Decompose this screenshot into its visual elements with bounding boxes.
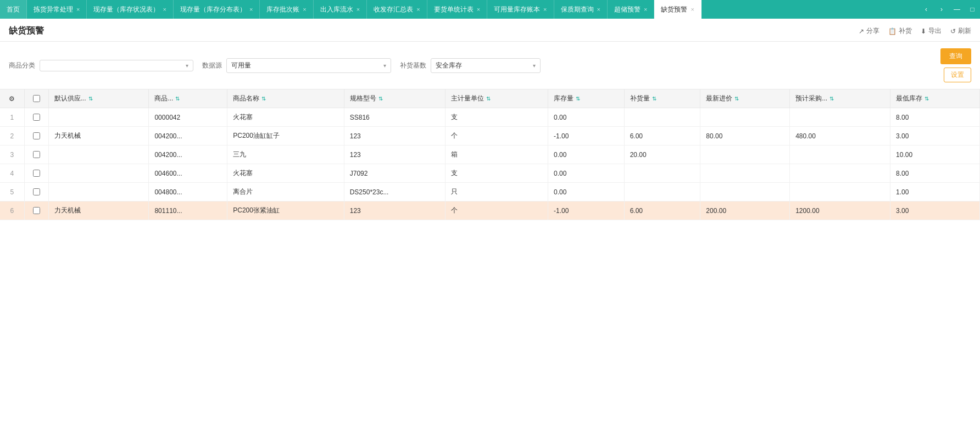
row-product-name: 火花塞 — [227, 108, 344, 127]
col-supplier-header[interactable]: 默认供应... ⇅ — [48, 89, 149, 108]
row-checkbox-input[interactable] — [33, 188, 40, 195]
tab-overstock-close[interactable]: × — [644, 6, 647, 13]
tab-abnormal-close[interactable]: × — [76, 6, 80, 13]
latest-price-sort-icon: ⇅ — [734, 96, 739, 102]
tab-recv-summary-close[interactable]: × — [416, 6, 420, 13]
row-latest-price: 200.00 — [700, 201, 790, 220]
row-stock: -1.00 — [548, 127, 624, 145]
tab-avail-ledger-close[interactable]: × — [543, 6, 547, 13]
row-checkbox[interactable] — [24, 127, 48, 145]
row-stock: 0.00 — [548, 183, 624, 201]
col-unit-header[interactable]: 主计量单位 ⇅ — [446, 89, 548, 108]
tab-batch-account-close[interactable]: × — [303, 6, 306, 13]
tab-order-stat[interactable]: 要货单统计表 × — [427, 0, 487, 19]
row-checkbox-input[interactable] — [33, 132, 40, 139]
tab-recv-summary[interactable]: 收发存汇总表 × — [367, 0, 427, 19]
col-min-stock-header[interactable]: 最低库存 ⇅ — [890, 89, 980, 108]
row-checkbox-input[interactable] — [33, 151, 40, 158]
col-product-code-header[interactable]: 商品... ⇅ — [149, 89, 227, 108]
tab-inventory-dist-close[interactable]: × — [249, 6, 253, 13]
col-stock-header[interactable]: 库存量 ⇅ — [548, 89, 624, 108]
gear-icon[interactable]: ⚙ — [9, 95, 15, 103]
row-supplier — [48, 183, 149, 201]
query-button[interactable]: 查询 — [940, 48, 971, 64]
col-settings-header[interactable]: ⚙ — [0, 89, 24, 108]
row-stock: 0.00 — [548, 145, 624, 164]
tab-shortage[interactable]: 缺货预警 × — [654, 0, 701, 19]
category-select[interactable]: ▾ — [40, 60, 193, 71]
tab-next-button[interactable]: › — [934, 0, 949, 19]
export-button[interactable]: ⬇ 导出 — [921, 26, 942, 36]
row-checkbox[interactable] — [24, 201, 48, 220]
tab-overstock[interactable]: 超储预警 × — [608, 0, 654, 19]
product-code-sort-icon: ⇅ — [175, 96, 180, 102]
tab-batch-account-label: 库存批次账 — [266, 5, 299, 14]
row-min-stock: 3.00 — [890, 201, 980, 220]
tab-expiry-close[interactable]: × — [597, 6, 600, 13]
refresh-button[interactable]: ↺ 刷新 — [950, 26, 971, 36]
tab-overstock-label: 超储预警 — [614, 5, 641, 14]
chevron-right-icon: › — [940, 5, 943, 13]
tab-inout-flow-close[interactable]: × — [357, 6, 360, 13]
col-product-name-header[interactable]: 商品名称 ⇅ — [227, 89, 344, 108]
tab-order-stat-close[interactable]: × — [477, 6, 480, 13]
tab-abnormal[interactable]: 拣货异常处理 × — [27, 0, 87, 19]
row-num: 4 — [0, 164, 24, 183]
tab-inout-flow-label: 出入库流水 — [320, 5, 353, 14]
chevron-left-icon: ‹ — [925, 5, 927, 13]
col-checkbox-header[interactable] — [24, 89, 48, 108]
tab-shortage-close[interactable]: × — [691, 6, 694, 13]
replenish-base-select[interactable]: 安全库存 ▾ — [431, 58, 541, 73]
col-replenish-header[interactable]: 补货量 ⇅ — [624, 89, 700, 108]
row-product-name: 离合片 — [227, 183, 344, 201]
row-num: 2 — [0, 127, 24, 145]
table-row: 2力天机械004200...PC200油缸缸子123个-1.006.0080.0… — [0, 127, 980, 145]
col-min-stock-label: 最低库存 — [896, 94, 922, 103]
tab-inventory-status-close[interactable]: × — [163, 6, 166, 13]
row-product-name: 火花塞 — [227, 164, 344, 183]
row-spec: J7092 — [344, 164, 445, 183]
tab-batch-account[interactable]: 库存批次账 × — [260, 0, 313, 19]
col-spec-header[interactable]: 规格型号 ⇅ — [344, 89, 445, 108]
row-stock: 0.00 — [548, 108, 624, 127]
share-button[interactable]: ↗ 分享 — [859, 26, 879, 36]
row-checkbox[interactable] — [24, 145, 48, 164]
row-product-name: PC200张紧油缸 — [227, 201, 344, 220]
datasource-select[interactable]: 可用量 ▾ — [226, 58, 391, 73]
tab-prev-button[interactable]: ‹ — [918, 0, 934, 19]
replenish-sort-icon: ⇅ — [652, 96, 656, 102]
tab-inout-flow[interactable]: 出入库流水 × — [314, 0, 367, 19]
tab-shortage-label: 缺货预警 — [661, 5, 687, 14]
row-product-code: 004200... — [149, 145, 227, 164]
select-all-checkbox[interactable] — [33, 95, 40, 102]
row-checkbox[interactable] — [24, 108, 48, 127]
tab-inventory-dist[interactable]: 现存量（库存分布表） × — [174, 0, 260, 19]
row-est-purchase: 480.00 — [790, 127, 890, 145]
col-latest-price-header[interactable]: 最新进价 ⇅ — [700, 89, 790, 108]
tab-expiry[interactable]: 保质期查询 × — [554, 0, 608, 19]
replenish-label: 补货 — [899, 26, 912, 36]
tab-inventory-status[interactable]: 现存量（库存状况表） × — [87, 0, 173, 19]
tab-avail-ledger[interactable]: 可用量库存账本 × — [487, 0, 554, 19]
main-content: 缺货预警 ↗ 分享 📋 补货 ⬇ 导出 ↺ 刷新 商品分类 — [0, 19, 980, 437]
tab-home[interactable]: 首页 — [0, 0, 27, 19]
replenish-button[interactable]: 📋 补货 — [888, 26, 912, 36]
table-row: 4004600...火花塞J7092支0.008.00 — [0, 164, 980, 183]
row-unit: 只 — [446, 183, 548, 201]
row-min-stock: 8.00 — [890, 164, 980, 183]
minimize-button[interactable]: — — [949, 0, 965, 19]
row-min-stock: 3.00 — [890, 127, 980, 145]
row-checkbox[interactable] — [24, 183, 48, 201]
row-spec: 123 — [344, 145, 445, 164]
row-checkbox-input[interactable] — [33, 114, 40, 121]
row-checkbox-input[interactable] — [33, 170, 40, 177]
table-row: 10000042火花塞SS816支0.008.00 — [0, 108, 980, 127]
row-product-code: 004600... — [149, 164, 227, 183]
table-container: ⚙ 默认供应... ⇅ — [0, 89, 980, 220]
settings-button[interactable]: 设置 — [944, 68, 971, 82]
datasource-label: 数据源 — [202, 61, 222, 70]
row-checkbox-input[interactable] — [33, 207, 40, 214]
maximize-button[interactable]: □ — [965, 0, 980, 19]
row-checkbox[interactable] — [24, 164, 48, 183]
col-est-purchase-header[interactable]: 预计采购... ⇅ — [790, 89, 890, 108]
